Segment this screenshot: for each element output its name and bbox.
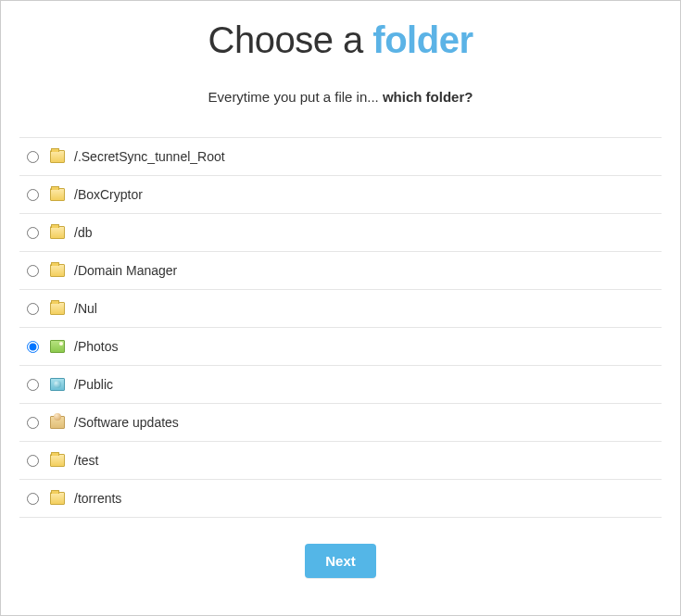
folder-radio[interactable]	[27, 151, 39, 163]
public-icon	[50, 378, 65, 391]
folder-item[interactable]: /torrents	[19, 480, 662, 518]
folder-list: /.SecretSync_tunnel_Root/BoxCryptor/db/D…	[19, 137, 662, 518]
subtitle-text: Everytime you put a file in...	[208, 89, 383, 105]
folder-radio[interactable]	[27, 493, 39, 505]
folder-name: /Nul	[74, 301, 97, 316]
folder-radio[interactable]	[27, 417, 39, 429]
subtitle-strong: which folder?	[383, 89, 473, 105]
folder-name: /Photos	[74, 339, 118, 354]
folder-radio[interactable]	[27, 227, 39, 239]
folder-item[interactable]: /Public	[19, 366, 662, 404]
folder-name: /Domain Manager	[74, 263, 177, 278]
folder-name: /Software updates	[74, 415, 179, 430]
folder-name: /db	[74, 225, 92, 240]
folder-radio[interactable]	[27, 341, 39, 353]
folder-icon	[50, 492, 65, 505]
folder-icon	[50, 454, 65, 467]
folder-item[interactable]: /BoxCryptor	[19, 176, 662, 214]
folder-icon	[50, 188, 65, 201]
folder-item[interactable]: /.SecretSync_tunnel_Root	[19, 138, 662, 176]
folder-name: /Public	[74, 377, 113, 392]
folder-icon	[50, 264, 65, 277]
folder-icon	[50, 302, 65, 315]
folder-radio[interactable]	[27, 455, 39, 467]
page-title: Choose a folder	[19, 19, 662, 61]
folder-item[interactable]: /Domain Manager	[19, 252, 662, 290]
folder-icon	[50, 150, 65, 163]
folder-name: /.SecretSync_tunnel_Root	[74, 149, 225, 164]
title-accent: folder	[372, 19, 473, 60]
software-icon	[50, 416, 65, 429]
folder-item[interactable]: /db	[19, 214, 662, 252]
folder-radio[interactable]	[27, 265, 39, 277]
folder-radio[interactable]	[27, 189, 39, 201]
folder-name: /test	[74, 453, 98, 468]
folder-radio[interactable]	[27, 303, 39, 315]
folder-icon	[50, 226, 65, 239]
folder-item[interactable]: /Photos	[19, 328, 662, 366]
subtitle: Everytime you put a file in... which fol…	[19, 89, 662, 105]
title-text: Choose a	[208, 19, 373, 60]
folder-item[interactable]: /Software updates	[19, 404, 662, 442]
folder-name: /BoxCryptor	[74, 187, 143, 202]
next-button[interactable]: Next	[305, 544, 376, 578]
folder-item[interactable]: /test	[19, 442, 662, 480]
folder-item[interactable]: /Nul	[19, 290, 662, 328]
folder-name: /torrents	[74, 491, 121, 506]
photos-icon	[50, 340, 65, 353]
folder-radio[interactable]	[27, 379, 39, 391]
footer: Next	[19, 544, 662, 578]
